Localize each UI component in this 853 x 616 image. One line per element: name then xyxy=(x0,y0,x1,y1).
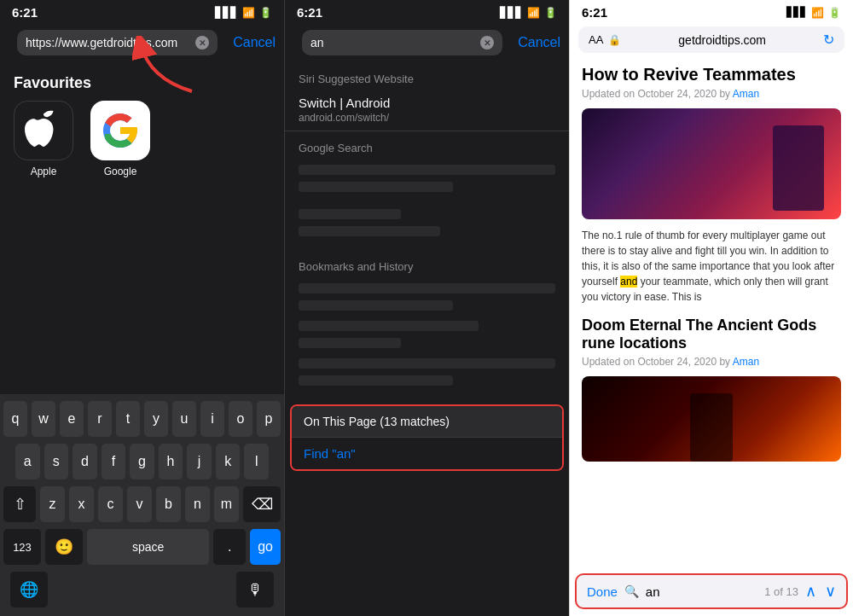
battery-icon-2: 🔋 xyxy=(544,7,557,19)
blurred-8 xyxy=(299,338,401,348)
key-x[interactable]: x xyxy=(69,486,94,522)
key-c[interactable]: c xyxy=(98,486,123,522)
key-g[interactable]: g xyxy=(130,444,154,479)
key-space[interactable]: space xyxy=(87,529,209,565)
bookmarks-section: Bookmarks and History xyxy=(285,255,569,399)
status-bar-2: 6:21 ▋▋▋ 📶 🔋 xyxy=(285,0,569,23)
key-u[interactable]: u xyxy=(172,401,196,437)
prev-match-button[interactable]: ∧ xyxy=(805,582,816,601)
reload-button[interactable]: ↻ xyxy=(823,32,834,48)
url-bar[interactable]: https://www.getdroidtips.com ✕ xyxy=(17,30,218,55)
article2-image xyxy=(582,376,841,462)
key-f[interactable]: f xyxy=(102,444,126,479)
bookmarks-blurred xyxy=(285,276,569,399)
key-z[interactable]: z xyxy=(40,486,65,522)
url-clear-button[interactable]: ✕ xyxy=(195,36,209,49)
p3-url-bar[interactable]: AA 🔒 getdroidtips.com ↻ xyxy=(578,26,844,53)
blurred-6 xyxy=(299,300,453,311)
status-icons-2: ▋▋▋ 📶 🔋 xyxy=(500,7,557,19)
search-bar-row: an ✕ Cancel xyxy=(293,26,560,59)
kb-row-5: 🌐 🎙 xyxy=(3,572,281,607)
key-l[interactable]: l xyxy=(244,444,269,479)
signal-icon-2: ▋▋▋ xyxy=(500,7,523,19)
cancel-button-2[interactable]: Cancel xyxy=(518,35,560,50)
panel-safari-url: 6:21 ▋▋▋ 📶 🔋 https://www.getdroidtips.co… xyxy=(0,0,284,616)
p3-content: How to Revive Teammates Updated on Octob… xyxy=(570,56,853,570)
article2-author[interactable]: Aman xyxy=(733,356,759,368)
keyboard: q w e r t y u i o p a s d f g h j k l ⇧ … xyxy=(0,394,284,616)
article2-meta: Updated on October 24, 2020 by Aman xyxy=(582,356,841,368)
key-e[interactable]: e xyxy=(60,401,84,437)
status-bar-1: 6:21 ▋▋▋ 📶 🔋 xyxy=(0,0,284,23)
signal-icon-3: ▋▋▋ xyxy=(786,7,807,18)
key-d[interactable]: d xyxy=(73,444,97,479)
google-icon-box xyxy=(90,101,150,160)
key-k[interactable]: k xyxy=(216,444,241,479)
key-i[interactable]: i xyxy=(200,401,224,437)
key-n[interactable]: n xyxy=(185,486,210,522)
blurred-5 xyxy=(299,283,555,293)
search-value: an xyxy=(310,36,475,49)
on-this-page-box: On This Page (13 matches) Find "an" xyxy=(290,404,564,471)
key-numbers[interactable]: 123 xyxy=(3,529,41,565)
panel-browser-content: 6:21 ▋▋▋ 📶 🔋 AA 🔒 getdroidtips.com ↻ How… xyxy=(569,0,853,616)
key-y[interactable]: y xyxy=(144,401,168,437)
blurred-9 xyxy=(299,358,555,369)
find-search-icon: 🔍 xyxy=(624,584,639,598)
cancel-button-1[interactable]: Cancel xyxy=(233,35,276,50)
panel-search-suggestions: 6:21 ▋▋▋ 📶 🔋 an ✕ Cancel Siri Suggested … xyxy=(284,0,569,616)
key-globe[interactable]: 🌐 xyxy=(10,572,48,607)
key-t[interactable]: t xyxy=(116,401,140,437)
match-count: 1 of 13 xyxy=(764,585,798,598)
favourites-grid: Apple Google xyxy=(0,101,284,177)
find-bar: Done 🔍 an 1 of 13 ∧ ∨ xyxy=(575,573,848,609)
article1-meta-text: Updated on October 24, 2020 by xyxy=(582,88,730,100)
warrior-figure xyxy=(773,125,824,211)
key-p[interactable]: p xyxy=(257,401,281,437)
key-delete[interactable]: ⌫ xyxy=(243,486,281,522)
google-label: Google xyxy=(104,166,137,177)
key-mic[interactable]: 🎙 xyxy=(236,572,274,607)
on-this-page-header: On This Page (13 matches) xyxy=(292,406,562,438)
blurred-1 xyxy=(299,165,555,175)
key-go[interactable]: go xyxy=(250,529,281,565)
key-a[interactable]: a xyxy=(15,444,40,479)
key-o[interactable]: o xyxy=(229,401,252,437)
key-s[interactable]: s xyxy=(44,444,69,479)
key-shift[interactable]: ⇧ xyxy=(3,486,36,522)
key-w[interactable]: w xyxy=(32,401,55,437)
search-bar-2[interactable]: an ✕ xyxy=(302,30,502,55)
key-q[interactable]: q xyxy=(3,401,27,437)
blurred-4 xyxy=(299,226,440,236)
key-v[interactable]: v xyxy=(127,486,152,522)
siri-item[interactable]: Switch | Android android.com/switch/ xyxy=(285,89,569,131)
kb-row-1: q w e r t y u i o p xyxy=(3,401,281,437)
key-m[interactable]: m xyxy=(214,486,239,522)
key-b[interactable]: b xyxy=(156,486,181,522)
article1-image xyxy=(582,108,841,219)
find-row[interactable]: Find "an" xyxy=(292,438,562,469)
done-button[interactable]: Done xyxy=(587,584,618,599)
fav-item-apple[interactable]: Apple xyxy=(14,101,73,177)
apple-label: Apple xyxy=(31,166,57,177)
fav-item-google[interactable]: Google xyxy=(90,101,150,177)
key-h[interactable]: h xyxy=(159,444,183,479)
bookmarks-header: Bookmarks and History xyxy=(285,255,569,276)
article1-title: How to Revive Teammates xyxy=(582,65,841,84)
time-1: 6:21 xyxy=(12,5,38,20)
next-match-button[interactable]: ∨ xyxy=(825,582,836,601)
siri-section: Siri Suggested Website Switch | Android … xyxy=(285,67,569,131)
kb-row-3: ⇧ z x c v b n m ⌫ xyxy=(3,486,281,522)
url-bar-row: https://www.getdroidtips.com ✕ Cancel xyxy=(9,26,276,59)
key-r[interactable]: r xyxy=(88,401,112,437)
search-clear-btn[interactable]: ✕ xyxy=(480,36,494,49)
siri-item-title: Switch | Android xyxy=(299,96,555,110)
wifi-icon: 📶 xyxy=(242,7,255,19)
article1-author[interactable]: Aman xyxy=(733,88,759,100)
key-emoji[interactable]: 🙂 xyxy=(45,529,83,565)
kb-row-2: a s d f g h j k l xyxy=(3,444,281,479)
aa-button[interactable]: AA xyxy=(589,33,603,46)
key-period[interactable]: . xyxy=(213,529,246,565)
key-j[interactable]: j xyxy=(187,444,212,479)
article1-body: The no.1 rule of thumb for every multipl… xyxy=(582,228,841,305)
